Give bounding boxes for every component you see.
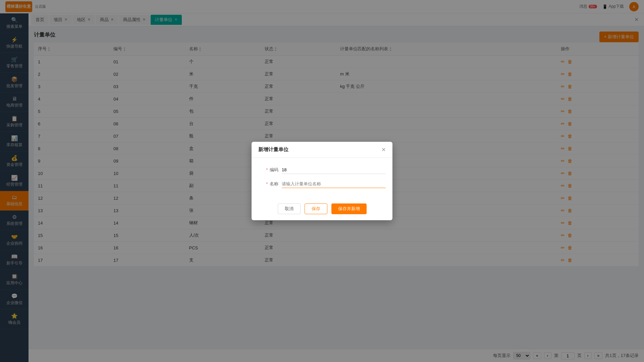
name-input[interactable] xyxy=(282,180,386,188)
modal-body: * 编码 * 名称 xyxy=(252,158,392,199)
modal-overlay[interactable]: 新增计量单位 ✕ * 编码 * 名称 取消 保存 保存并新增 xyxy=(0,0,644,362)
name-label-text: 名称 xyxy=(270,181,278,186)
name-label: * 名称 xyxy=(258,181,278,187)
code-required-star: * xyxy=(266,167,268,172)
code-form-item: * 编码 xyxy=(258,166,386,174)
modal-header: 新增计量单位 ✕ xyxy=(252,142,392,158)
code-label-text: 编码 xyxy=(270,167,278,172)
code-label: * 编码 xyxy=(258,167,278,173)
modal-title: 新增计量单位 xyxy=(258,146,288,153)
name-required-star: * xyxy=(266,181,268,186)
modal-footer: 取消 保存 保存并新增 xyxy=(252,199,392,220)
save-btn[interactable]: 保存 xyxy=(305,203,327,214)
cancel-btn[interactable]: 取消 xyxy=(278,203,301,214)
name-form-item: * 名称 xyxy=(258,180,386,188)
modal: 新增计量单位 ✕ * 编码 * 名称 取消 保存 保存并新增 xyxy=(252,142,392,220)
modal-close-btn[interactable]: ✕ xyxy=(381,146,386,153)
save-and-new-btn[interactable]: 保存并新增 xyxy=(331,203,367,214)
code-input[interactable] xyxy=(282,166,386,174)
